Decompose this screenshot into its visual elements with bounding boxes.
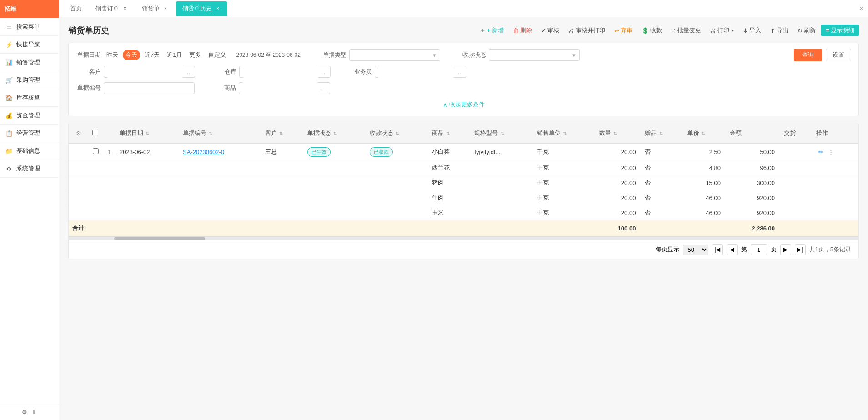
sort-sales-unit-icon[interactable]: ⇅ [563,131,567,136]
search-menu-icon: ☰ [5,23,13,30]
print-button[interactable]: 🖨 打印 [707,25,738,36]
filter-panel: 单据日期 昨天 今天 近7天 近1月 更多 自定义 2023-06-02 至 2… [68,43,859,116]
date-option-more[interactable]: 更多 [186,50,204,60]
warehouse-ellipsis[interactable]: ... [319,69,327,75]
sidebar-item-sales-mgmt[interactable]: 📊 销售管理 [0,54,59,71]
payment-status-select[interactable]: ▾ [489,49,580,61]
batch-change-button[interactable]: ⇌ 批量变更 [667,25,705,36]
sort-doc-status-icon[interactable]: ⇅ [333,131,337,136]
sidebar-item-quick-nav[interactable]: ⚡ 快捷导航 [0,36,59,54]
doc-type-select[interactable]: ▾ [349,49,440,61]
page-title: 销货单历史 [68,25,109,36]
filter-row-2: 客户 ... 仓库 ... 业务员 [76,66,851,78]
export-button[interactable]: ⬆ 导出 [767,25,792,36]
sidebar-item-basic-info[interactable]: 📁 基础信息 [0,142,59,160]
sort-unit-price-icon[interactable]: ⇅ [702,131,705,136]
sort-customer-icon[interactable]: ⇅ [279,131,283,136]
sort-quantity-icon[interactable]: ⇅ [613,131,617,136]
goods-label: 商品 [211,84,236,92]
cell-goods: 猪肉 [428,175,471,190]
tab-sales-goods[interactable]: 销货单 × [135,1,175,16]
row-settings [69,205,89,220]
next-page-button[interactable]: ▶ [780,244,791,255]
horizontal-scrollbar[interactable] [69,236,858,240]
review-button[interactable]: ✔ 审核 [537,25,563,36]
customer-input[interactable] [107,66,183,78]
import-button[interactable]: ⬇ 导入 [739,25,765,36]
row-number [102,205,116,220]
col-spec-type: 规格型号 ⇅ [471,123,533,144]
page-label: 页 [771,245,777,254]
tab-sales-order[interactable]: 销售订单 × [89,1,135,16]
column-settings-icon[interactable]: ⚙ [72,127,85,140]
salesperson-input[interactable] [378,66,454,78]
settings-icon[interactable]: ⚙ [22,409,27,415]
abandon-button[interactable]: ↩ 弃审 [611,25,636,36]
date-option-custom[interactable]: 自定义 [206,50,229,60]
docnum-input[interactable] [104,82,195,94]
setting-button[interactable]: 设置 [826,49,851,61]
select-all-checkbox[interactable] [92,130,98,135]
sort-spec-type-icon[interactable]: ⇅ [501,131,504,136]
warehouse-input[interactable] [242,66,319,78]
sort-doc-number-icon[interactable]: ⇅ [209,131,212,136]
cell-gift: 否 [641,190,683,205]
import-icon: ⬇ [743,27,748,34]
customer-ellipsis[interactable]: ... [183,69,192,75]
sidebar-item-label: 搜索菜单 [16,23,40,31]
last-page-button[interactable]: ▶| [795,244,806,255]
sort-doc-date-icon[interactable]: ⇅ [146,131,149,136]
sidebar-item-purchase-mgmt[interactable]: 🛒 采购管理 [0,71,59,89]
collapse-filter-button[interactable]: ∧ 收起更多条件 [441,99,487,110]
goods-input[interactable] [242,82,318,94]
edit-action-button[interactable]: ✏ [816,147,826,157]
sidebar-item-operations[interactable]: 📋 经营管理 [0,125,59,142]
prev-page-button[interactable]: ◀ [727,244,738,255]
sidebar-item-inventory[interactable]: 🏠 库存核算 [0,89,59,107]
row-settings [69,190,89,205]
cell-doc-number [179,160,261,175]
sidebar-item-search-menu[interactable]: ☰ 搜索菜单 [0,18,59,36]
page-number-input[interactable] [751,244,767,255]
delete-button[interactable]: 🗑 删除 [509,25,536,36]
table-scroll[interactable]: ⚙ 单据日期 ⇅ 单据编号 [69,123,858,236]
date-option-1month[interactable]: 近1月 [164,50,185,60]
display-detail-button[interactable]: ≡ 显示明细 [821,25,859,36]
sidebar-item-finance[interactable]: 💰 资金管理 [0,107,59,125]
per-page-select[interactable]: 50 100 200 [683,245,708,255]
salesperson-ellipsis[interactable]: ... [454,69,463,75]
sidebar-item-label: 基础信息 [16,147,40,155]
sidebar-item-system-mgmt[interactable]: ⚙ 系统管理 [0,160,59,178]
cell-unit-price: 46.00 [684,205,726,220]
tab-sales-history-close[interactable]: × [215,5,221,12]
filter-row-1: 单据日期 昨天 今天 近7天 近1月 更多 自定义 2023-06-02 至 2… [76,49,851,61]
date-option-yesterday[interactable]: 昨天 [104,50,121,60]
cell-action [813,160,858,175]
query-button[interactable]: 查询 [794,49,822,61]
collect-button[interactable]: 💲 收款 [638,25,666,36]
refresh-button[interactable]: ↻ 刷新 [794,25,819,36]
add-button[interactable]: ＋ + 新增 [476,25,507,36]
page-label-before: 第 [741,245,747,254]
col-payment-status: 收款状态 ⇅ [366,123,428,144]
pause-icon[interactable]: ⏸ [31,409,37,415]
row-checkbox[interactable] [93,148,99,154]
review-print-button[interactable]: 🖨 审核并打印 [565,25,609,36]
sort-payment-status-icon[interactable]: ⇅ [396,131,399,136]
tab-home[interactable]: 首页 [64,1,88,16]
tab-sales-order-close[interactable]: × [122,5,128,12]
close-all-icon[interactable]: × [859,5,863,13]
sort-gift-icon[interactable]: ⇅ [659,131,663,136]
goods-ellipsis[interactable]: ... [318,85,327,92]
sort-goods-icon[interactable]: ⇅ [446,131,450,136]
tab-sales-history[interactable]: 销货单历史 × [176,1,227,16]
filter-goods-item: 商品 ... [211,82,330,94]
first-page-button[interactable]: |◀ [712,244,723,255]
col-transaction: 交货 [780,123,813,144]
date-option-today[interactable]: 今天 [123,50,140,60]
cell-transaction [780,175,813,190]
more-action-button[interactable]: ⋮ [826,147,836,157]
tab-sales-goods-close[interactable]: × [162,5,169,12]
date-option-7days[interactable]: 近7天 [142,50,162,60]
doc-number-link[interactable]: SA-20230602-0 [183,149,224,155]
